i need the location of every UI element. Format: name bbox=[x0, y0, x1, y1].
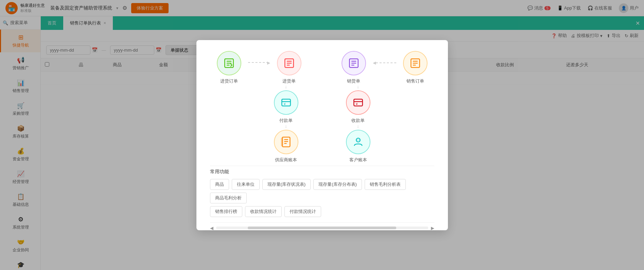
svg-rect-16 bbox=[282, 99, 291, 106]
modal-body: 进货订单 进货 bbox=[196, 40, 448, 230]
wf-node-sales-bill: 销货单 bbox=[342, 51, 366, 84]
modal-dialog: 进货订单 进货 bbox=[196, 40, 448, 230]
arrow-down-receipt: ↓ bbox=[346, 124, 370, 128]
payment-bill-circle: ¥ bbox=[274, 90, 298, 115]
payment-bill-label: 付款单 bbox=[279, 118, 293, 124]
customer-account-circle bbox=[346, 130, 370, 154]
svg-text:¥: ¥ bbox=[355, 102, 358, 106]
wf-node-receipt-bill: ¥ 收款单 bbox=[346, 90, 370, 124]
workflow-diagram: 进货订单 进货 bbox=[210, 51, 434, 163]
modal-scrollbar: ◀ ▶ bbox=[210, 222, 434, 230]
supplier-account-label: 供应商账本 bbox=[275, 157, 297, 163]
purchase-order-label: 进货订单 bbox=[220, 78, 238, 84]
func-buttons-row1: 商品 往来单位 现存量(库存状况表) 现存量(库存分布表) 销售毛利分析表 商品… bbox=[210, 179, 434, 203]
purchase-bill-label: 进货单 bbox=[282, 78, 296, 84]
arrow-sales-order-to-bill: ◀ bbox=[373, 60, 396, 75]
scrollbar-track[interactable] bbox=[216, 227, 428, 229]
svg-rect-26 bbox=[281, 138, 282, 146]
wf-node-supplier-account: 供应商账本 bbox=[274, 130, 298, 163]
func-btn-product[interactable]: 商品 bbox=[210, 179, 229, 190]
workflow-top-row: 进货订单 进货 bbox=[210, 51, 434, 84]
func-buttons-row2: 销售排行榜 收款情况统计 付款情况统计 bbox=[210, 206, 434, 217]
func-btn-stock-dist[interactable]: 现存量(库存分布表) bbox=[313, 179, 362, 190]
scroll-right-icon[interactable]: ▶ bbox=[431, 226, 434, 230]
wf-node-customer-account: 客户账本 bbox=[346, 130, 370, 163]
func-btn-payment-stats[interactable]: 付款情况统计 bbox=[284, 206, 321, 217]
wf-node-purchase-order: 进货订单 bbox=[217, 51, 241, 84]
svg-rect-19 bbox=[354, 99, 363, 106]
supplier-account-circle bbox=[274, 130, 298, 154]
purchase-bill-circle bbox=[277, 51, 301, 75]
scrollbar-thumb[interactable] bbox=[248, 227, 396, 229]
common-functions-title: 常用功能 bbox=[210, 169, 434, 175]
func-btn-sales-profit[interactable]: 销售毛利分析表 bbox=[365, 179, 406, 190]
arrow-down-sales-bill: ↓ bbox=[346, 84, 370, 89]
sales-bill-circle bbox=[342, 51, 366, 75]
func-btn-partner[interactable]: 往来单位 bbox=[232, 179, 260, 190]
arrow-down-purchase-bill: ↓ bbox=[274, 84, 298, 89]
receipt-bill-label: 收款单 bbox=[351, 118, 365, 124]
arrow-purchase-order-to-bill bbox=[248, 60, 270, 75]
section-divider bbox=[210, 166, 434, 166]
func-btn-product-profit[interactable]: 商品毛利分析 bbox=[210, 193, 247, 203]
modal-overlay[interactable]: 进货订单 进货 bbox=[0, 0, 644, 270]
purchase-order-circle bbox=[217, 51, 241, 75]
common-functions: 常用功能 商品 往来单位 现存量(库存状况表) 现存量(库存分布表) 销售毛利分… bbox=[210, 169, 434, 217]
func-btn-stock-status[interactable]: 现存量(库存状况表) bbox=[262, 179, 311, 190]
workflow-arrows-row1: ↓ ↓ bbox=[210, 84, 434, 89]
workflow-mid-row: ¥ 付款单 ¥ bbox=[210, 90, 434, 124]
scroll-left-icon[interactable]: ◀ bbox=[210, 226, 213, 230]
arrow-down-payment: ↓ bbox=[274, 124, 298, 128]
sales-order-circle bbox=[403, 51, 428, 75]
svg-text:¥: ¥ bbox=[283, 102, 285, 106]
wf-node-purchase-bill: 进货单 bbox=[277, 51, 301, 84]
sales-bill-label: 销货单 bbox=[347, 78, 360, 84]
func-btn-sales-ranking[interactable]: 销售排行榜 bbox=[210, 206, 242, 217]
wf-node-sales-order: 销售订单 bbox=[403, 51, 428, 84]
workflow-arrows-row2: ↓ ↓ bbox=[210, 124, 434, 128]
customer-account-label: 客户账本 bbox=[349, 157, 367, 163]
receipt-bill-circle: ¥ bbox=[346, 90, 370, 115]
func-btn-receipt-stats[interactable]: 收款情况统计 bbox=[245, 206, 282, 217]
workflow-bot-row: 供应商账本 客户账本 bbox=[210, 130, 434, 163]
wf-node-payment-bill: ¥ 付款单 bbox=[274, 90, 298, 124]
svg-rect-22 bbox=[282, 137, 290, 146]
sales-order-label: 销售订单 bbox=[406, 78, 424, 84]
